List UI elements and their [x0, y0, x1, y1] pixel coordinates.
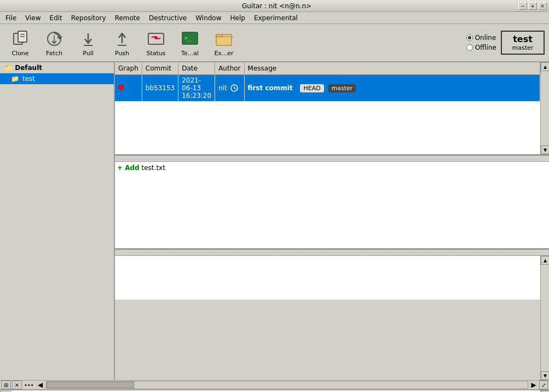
- branch-display: test master: [501, 31, 545, 55]
- push-label: Push: [115, 50, 129, 57]
- repo-folder-icon: 📁: [11, 75, 19, 83]
- cell-commit: bb53153: [142, 75, 178, 102]
- push-button[interactable]: Push: [106, 26, 138, 59]
- table-row[interactable]: bb53153 2021-06-13 16:23:20 nit: [115, 75, 540, 102]
- divider-2: ⋯⋯⋯⋯⋯⋯⋯⋯⋯⋯⋯⋯⋯⋯⋯⋯⋯⋯⋯⋯⋯⋯⋯⋯⋯⋯⋯⋯⋯⋯⋯⋯⋯⋯⋯⋯⋯⋯⋯⋯…: [115, 249, 549, 256]
- menu-experimental[interactable]: Experimental: [250, 12, 302, 24]
- sidebar-item-test[interactable]: 📁 test: [0, 73, 114, 84]
- clone-icon: [10, 29, 30, 49]
- cell-message: first commit HEAD master: [244, 75, 540, 102]
- terminal-label: Te...al: [181, 50, 199, 57]
- clear-button[interactable]: ✕: [12, 381, 22, 389]
- expand-button[interactable]: ⊞: [1, 381, 11, 389]
- file-add-prefix: + Add: [117, 164, 140, 172]
- diff-vscroll-track: [541, 265, 549, 371]
- sidebar: 📁 Default 📁 test: [0, 62, 115, 380]
- hscroll-thumb[interactable]: [47, 382, 134, 388]
- col-graph: Graph: [115, 62, 142, 75]
- main-area: 📁 Default 📁 test Graph Commit Date: [0, 62, 549, 380]
- svg-point-9: [154, 36, 158, 39]
- hscroll-track[interactable]: [46, 381, 528, 389]
- menu-file[interactable]: File: [1, 12, 21, 24]
- close-button[interactable]: ×: [538, 2, 547, 10]
- scroll-right-button[interactable]: ▶: [529, 381, 538, 389]
- more-button[interactable]: •••: [23, 382, 35, 388]
- sidebar-header: 📁 Default: [0, 62, 114, 73]
- commit-table-area: Graph Commit Date Author Message: [115, 62, 549, 155]
- repo-name: test: [507, 34, 538, 44]
- maximize-button[interactable]: +: [528, 2, 537, 10]
- online-label: Online: [475, 34, 496, 42]
- commit-table-scroll[interactable]: Graph Commit Date Author Message: [115, 62, 540, 154]
- online-radio-indicator[interactable]: [466, 34, 473, 41]
- terminal-button[interactable]: >_ Te...al: [174, 26, 206, 59]
- vscroll-down[interactable]: ▼: [541, 145, 549, 154]
- divider-1: ⋯⋯⋯⋯⋯⋯⋯⋯⋯⋯⋯⋯⋯⋯⋯⋯⋯⋯⋯⋯⋯⋯⋯⋯⋯⋯⋯⋯⋯⋯⋯⋯⋯⋯⋯⋯⋯⋯⋯⋯…: [115, 155, 549, 162]
- scroll-left-button[interactable]: ◀: [36, 381, 45, 389]
- explorer-button[interactable]: Ex...er: [208, 26, 240, 59]
- branch-name: master: [507, 44, 538, 51]
- network-radio-group[interactable]: Online Offline: [466, 34, 496, 51]
- menu-repository[interactable]: Repository: [67, 12, 111, 24]
- clone-button[interactable]: Clone: [4, 26, 36, 59]
- col-commit: Commit: [142, 62, 178, 75]
- col-date: Date: [178, 62, 215, 75]
- cell-date: 2021-06-13 16:23:20: [178, 75, 215, 102]
- explorer-icon: [214, 29, 234, 49]
- status-label: Status: [146, 50, 165, 57]
- cell-author: nit: [215, 75, 244, 102]
- diff-vscroll[interactable]: ▲ ▼: [540, 256, 549, 380]
- toolbar: Clone Fetch Pull: [0, 24, 549, 62]
- online-radio[interactable]: Online: [466, 34, 496, 42]
- diff-vscroll-down[interactable]: ▼: [541, 371, 549, 380]
- clone-label: Clone: [11, 50, 28, 57]
- vscroll-track: [541, 71, 549, 145]
- svg-text:>_: >_: [184, 35, 192, 42]
- menu-view[interactable]: View: [21, 12, 45, 24]
- commit-dot: [118, 85, 124, 90]
- status-button[interactable]: Status: [140, 26, 172, 59]
- status-icon: [146, 29, 166, 49]
- explorer-label: Ex...er: [214, 50, 233, 57]
- bottom-toolbar: ⊞ ✕ ••• ◀ ▶ ⤢: [0, 380, 549, 390]
- terminal-area: Log > git status -s -u --porcelain > git…: [0, 390, 549, 392]
- diff-panel[interactable]: [115, 256, 540, 300]
- head-badge: HEAD: [300, 84, 323, 92]
- menu-help[interactable]: Help: [226, 12, 250, 24]
- col-author: Author: [215, 62, 244, 75]
- commit-table-main: Graph Commit Date Author Message: [115, 62, 540, 154]
- menu-window[interactable]: Window: [191, 12, 226, 24]
- sidebar-item-label: test: [22, 75, 35, 83]
- col-message: Message: [244, 62, 540, 75]
- list-item[interactable]: + Add test.txt: [117, 164, 547, 172]
- fetch-icon: [44, 29, 64, 49]
- folder-icon: 📁: [4, 64, 13, 72]
- menu-edit[interactable]: Edit: [45, 12, 67, 24]
- cell-graph: [115, 75, 142, 102]
- menu-remote[interactable]: Remote: [111, 12, 145, 24]
- file-name: test.txt: [142, 164, 165, 172]
- offline-radio-indicator[interactable]: [466, 44, 473, 51]
- vscroll-up[interactable]: ▲: [541, 62, 549, 71]
- offline-radio[interactable]: Offline: [466, 44, 496, 51]
- expand-panel-button[interactable]: ⤢: [539, 381, 548, 389]
- push-icon: [112, 29, 132, 49]
- pull-label: Pull: [83, 50, 94, 57]
- commit-table-vscroll[interactable]: ▲ ▼: [540, 62, 549, 154]
- minimize-button[interactable]: −: [518, 2, 527, 10]
- branch-area: Online Offline test master: [466, 31, 545, 55]
- file-changes-panel[interactable]: + Add test.txt: [115, 162, 549, 248]
- fetch-button[interactable]: Fetch: [38, 26, 70, 59]
- pull-icon: [78, 29, 98, 49]
- right-panel: Graph Commit Date Author Message: [115, 62, 549, 380]
- menu-destructive[interactable]: Destructive: [145, 12, 191, 24]
- diff-vscroll-up[interactable]: ▲: [541, 256, 549, 265]
- pull-button[interactable]: Pull: [72, 26, 104, 59]
- head-badge-container: HEAD master: [300, 84, 356, 92]
- menu-bar: File View Edit Repository Remote Destruc…: [0, 12, 549, 24]
- diff-area: ▲ ▼: [115, 256, 549, 380]
- title-bar: Guitar : nit <n@n.n> − + ×: [0, 0, 549, 12]
- file-changes-area: + Add test.txt: [115, 162, 549, 249]
- window-controls[interactable]: − + ×: [518, 2, 547, 10]
- terminal-icon: >_: [180, 29, 200, 49]
